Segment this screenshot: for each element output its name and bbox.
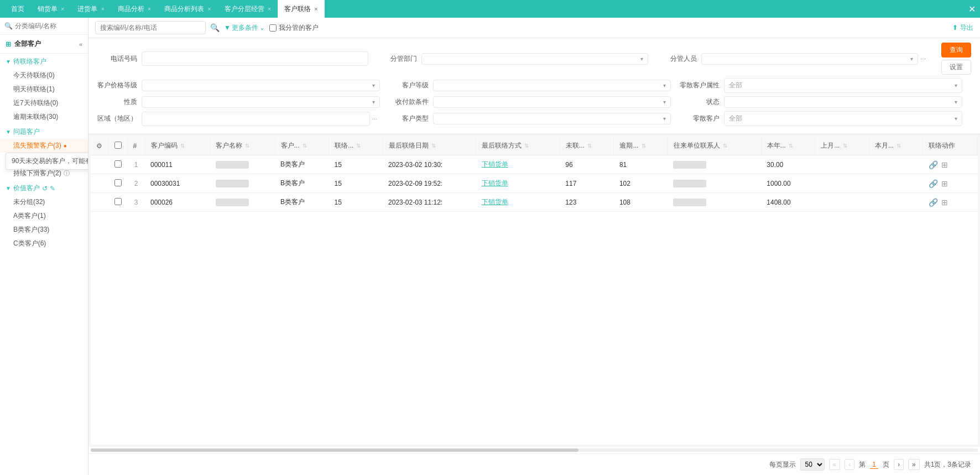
unit-contact-col-header[interactable]: 往来单位联系人 ⇅ (668, 137, 761, 155)
row2-checkbox[interactable] (108, 174, 127, 193)
row1-last-method-link[interactable]: 下销货单 (482, 160, 508, 168)
sidebar-group-problem[interactable]: ▼ 问题客户 (0, 124, 88, 139)
value-refresh-icon[interactable]: ↺ (42, 185, 48, 192)
first-page-button[interactable]: « (829, 459, 841, 470)
tab-customer-tier-close[interactable]: × (268, 6, 271, 12)
tab-analysis-list-close[interactable]: × (207, 6, 211, 12)
tab-analysis[interactable]: 商品分析 × (111, 0, 158, 18)
name-col-header[interactable]: 客户名称 ⇅ (210, 137, 275, 155)
page-size-select[interactable]: 50 (800, 458, 825, 471)
customer-tier-select[interactable]: ▾ (433, 80, 671, 91)
row1-settings (91, 155, 108, 174)
search-button[interactable]: 🔍 (210, 23, 220, 32)
tab-home[interactable]: 首页 (4, 0, 31, 18)
contacts-col-header[interactable]: 联络... ⇅ (329, 137, 383, 155)
tab-analysis-close[interactable]: × (148, 6, 151, 12)
retail-customer-select[interactable]: 全部 ▾ (724, 111, 962, 126)
sidebar-item-overdue[interactable]: 逾期未联络(30) (0, 110, 88, 124)
manager-more-button[interactable]: ··· (918, 55, 928, 62)
row2-select-checkbox[interactable] (114, 179, 122, 186)
region-input[interactable] (142, 112, 370, 126)
row2-action-link-icon[interactable]: 🔗 (929, 179, 938, 188)
phone-input[interactable] (142, 51, 368, 66)
tab-customer-contact-close[interactable]: × (314, 6, 317, 12)
my-customers-checkbox[interactable] (269, 24, 277, 32)
select-all-checkbox[interactable] (114, 142, 122, 149)
tab-purchase-close[interactable]: × (101, 6, 104, 12)
settings-col-header[interactable]: ⚙ (91, 137, 108, 155)
last-method-col-header[interactable]: 最后联络方式 ⇅ (476, 137, 560, 155)
row2-action-grid-icon[interactable]: ⊞ (941, 179, 948, 188)
region-more-button[interactable]: ··· (370, 115, 380, 123)
checkbox-col-header[interactable] (108, 137, 127, 155)
sidebar-item-classA[interactable]: A类客户(1) (0, 209, 88, 223)
next-page-button[interactable]: › (894, 459, 904, 470)
type-col-header[interactable]: 客户... ⇅ (275, 137, 329, 155)
sidebar-item-today[interactable]: 今天待联络(0) (0, 69, 88, 82)
sidebar-collapse-button[interactable]: « (79, 41, 82, 48)
export-button[interactable]: ⬆ 导出 (952, 23, 973, 33)
sidebar-search-input[interactable] (15, 22, 88, 30)
row1-action-link-icon[interactable]: 🔗 (929, 160, 938, 169)
status-select[interactable]: ▾ (724, 96, 962, 108)
sidebar-item-classC[interactable]: C类客户(6) (0, 237, 88, 250)
last-date-col-header[interactable]: 最后联络日期 ⇅ (383, 137, 476, 155)
sidebar-item-ungroup[interactable]: 未分组(32) (0, 195, 88, 209)
sidebar-item-churning[interactable]: 流失预警客户(3) ● (0, 139, 88, 153)
overdue-col-header[interactable]: 逾期... ⇅ (614, 137, 668, 155)
dept-select[interactable]: ▾ (421, 53, 648, 65)
row3-action-grid-icon[interactable]: ⊞ (941, 198, 948, 207)
sidebar-item-classB[interactable]: B类客户(33) (0, 223, 88, 237)
more-conditions-button[interactable]: ▼ 更多条件 ⌄ (224, 23, 265, 33)
sidebar-item-week[interactable]: 近7天待联络(0) (0, 96, 88, 110)
this-month-col-header[interactable]: 本月... ⇅ (869, 137, 923, 155)
last-month-col-header[interactable]: 上月... ⇅ (815, 137, 869, 155)
last-page-button[interactable]: » (908, 459, 920, 470)
more-conditions-label: 更多条件 (232, 23, 258, 33)
code-col-header[interactable]: 客户编码 ⇅ (145, 137, 210, 155)
tab-customer-contact[interactable]: 客户联络 × (278, 0, 324, 18)
row3-select-checkbox[interactable] (114, 198, 122, 205)
nature-select[interactable]: ▾ (142, 96, 380, 108)
sidebar-group-pending[interactable]: ▼ 待联络客户 (0, 54, 88, 69)
sidebar-all-customers[interactable]: ⊞ 全部客户 « (0, 35, 88, 54)
horizontal-scrollbar[interactable] (88, 447, 980, 453)
row3-checkbox[interactable] (108, 193, 127, 212)
row2-unit-contact (668, 174, 761, 193)
retail-attr-select[interactable]: 全部 ▾ (724, 78, 962, 93)
tab-sales-close[interactable]: × (61, 6, 64, 12)
price-tier-select[interactable]: ▾ (142, 80, 380, 91)
row1-action-grid-icon[interactable]: ⊞ (941, 160, 948, 169)
payment-select[interactable]: ▾ (433, 96, 671, 108)
manager-select[interactable]: ▾ (701, 53, 918, 65)
my-customers-filter[interactable]: 我分管的客户 (269, 23, 319, 33)
search-input[interactable] (95, 21, 206, 34)
not-contacted-col-header[interactable]: 未联... ⇅ (560, 137, 614, 155)
table-settings-icon[interactable]: ⚙ (96, 142, 102, 150)
tab-sales[interactable]: 销货单 × (31, 0, 71, 18)
query-button[interactable]: 查询 (941, 43, 971, 58)
row2-last-method-link[interactable]: 下销货单 (482, 179, 508, 187)
tab-purchase[interactable]: 进货单 × (71, 0, 111, 18)
row1-last-method[interactable]: 下销货单 (476, 155, 560, 174)
close-all-button[interactable]: ✕ (968, 4, 976, 14)
scrollbar-track[interactable] (91, 448, 978, 452)
settings-button[interactable]: 设置 (941, 60, 971, 75)
row1-select-checkbox[interactable] (114, 160, 122, 168)
sidebar-group-value[interactable]: ▼ 价值客户 ↺ ✎ (0, 180, 88, 195)
row3-code: 000026 (145, 193, 210, 212)
value-edit-icon[interactable]: ✎ (50, 185, 55, 192)
row3-action-link-icon[interactable]: 🔗 (929, 198, 938, 207)
row2-last-method[interactable]: 下销货单 (476, 174, 560, 193)
customer-type-select[interactable]: ▾ (433, 113, 671, 124)
tab-customer-tier[interactable]: 客户分层经营 × (218, 0, 278, 18)
prev-page-button[interactable]: ‹ (845, 459, 854, 470)
tab-analysis-list[interactable]: 商品分析列表 × (158, 0, 217, 18)
row1-checkbox[interactable] (108, 155, 127, 174)
row3-last-method[interactable]: 下销货单 (476, 193, 560, 212)
scrollbar-thumb[interactable] (91, 448, 578, 452)
this-year-col-header[interactable]: 本年... ⇅ (761, 137, 815, 155)
row3-last-method-link[interactable]: 下销货单 (482, 198, 508, 206)
problem-group-label: 问题客户 (13, 127, 40, 137)
sidebar-item-tomorrow[interactable]: 明天待联络(1) (0, 82, 88, 96)
